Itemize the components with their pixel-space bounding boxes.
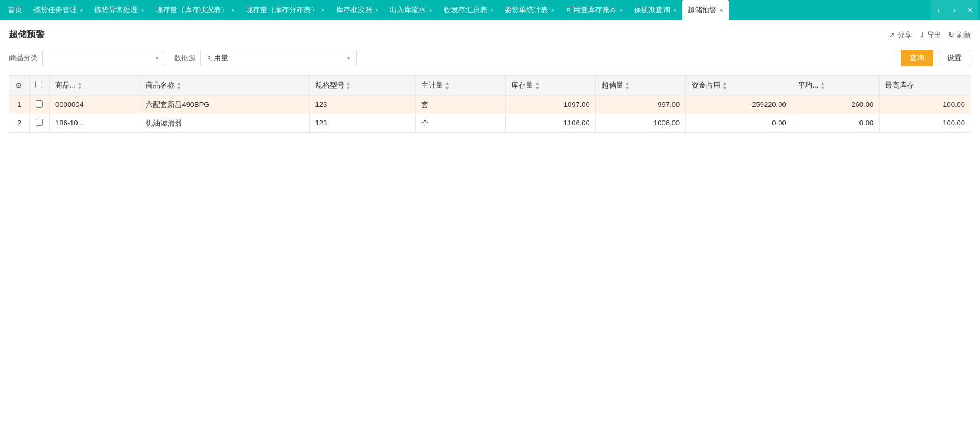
close-icon[interactable]: × [673, 7, 676, 13]
nav-item-label: 首页 [8, 5, 22, 15]
close-icon[interactable]: × [321, 7, 324, 13]
filter-buttons: 查询 设置 [901, 50, 971, 66]
nav-item-label: 出入库流水 [390, 5, 426, 15]
cell-unit: 套 [416, 95, 506, 114]
nav-item-9[interactable]: 可用量库存账本 × [560, 0, 628, 20]
close-icon[interactable]: × [80, 7, 83, 13]
table-row: 2186-10...机油滤清器123个1106.001006.000.000.0… [9, 114, 971, 132]
select-all-checkbox[interactable] [35, 81, 42, 88]
category-select[interactable]: ▾ [42, 50, 165, 66]
th-capital[interactable]: 资金占用▲▼ [686, 76, 792, 96]
nav-item-5[interactable]: 库存批次账 × [330, 0, 384, 20]
export-button[interactable]: ⇓ 导出 [919, 30, 941, 40]
th-name[interactable]: 商品名称▲▼ [140, 76, 309, 96]
row-number: 1 [9, 95, 30, 114]
nav-item-label: 现存量（库存状况表） [156, 5, 228, 15]
nav-item-label: 库存批次账 [336, 5, 372, 15]
nav-item-label: 收发存汇总表 [444, 5, 487, 15]
th-code[interactable]: 商品...▲▼ [50, 76, 140, 96]
nav-item-label: 拣货任务管理 [33, 5, 77, 15]
th-label: 商品... [55, 81, 76, 89]
row-checkbox-cell[interactable] [30, 95, 50, 114]
close-icon[interactable]: × [429, 7, 432, 13]
row-number: 2 [9, 114, 30, 132]
th-label: 超储量 [602, 81, 623, 89]
nav-item-2[interactable]: 拣货异常处理 × [89, 0, 150, 20]
export-icon: ⇓ [919, 31, 925, 39]
page-title: 超储预警 [9, 29, 45, 41]
cell-name: 机油滤清器 [140, 114, 309, 132]
nav-arrow-left[interactable]: ‹ [931, 0, 947, 20]
row-checkbox-cell[interactable] [30, 114, 50, 132]
row-checkbox[interactable] [36, 100, 43, 108]
query-button[interactable]: 查询 [901, 50, 933, 66]
category-label: 商品分类 [9, 53, 38, 63]
cell-overstock: 997.00 [595, 95, 685, 114]
cell-spec: 123 [309, 95, 416, 114]
th-label: 库存量 [511, 81, 533, 89]
close-icon[interactable]: × [551, 7, 554, 13]
refresh-button[interactable]: ↻ 刷新 [948, 30, 971, 40]
sort-icon: ▲▼ [535, 81, 540, 91]
close-icon[interactable]: × [719, 7, 723, 13]
nav-item-label: 要货单统计表 [505, 5, 548, 15]
category-filter-group: 商品分类 ▾ [9, 50, 165, 66]
th-checkbox[interactable] [30, 76, 50, 96]
cell-max_stock: 100.00 [880, 114, 971, 132]
page-header: 超储预警 ➚ 分享 ⇓ 导出 ↻ 刷新 [9, 29, 971, 41]
sort-icon: ▲▼ [820, 81, 825, 91]
th-stock[interactable]: 库存量▲▼ [506, 76, 595, 96]
gear-icon[interactable]: ⚙ [15, 81, 22, 90]
nav-arrows: ‹ › × [931, 0, 978, 20]
nav-item-label: 拣货异常处理 [94, 5, 138, 15]
th-label: 商品名称 [146, 81, 175, 89]
close-icon[interactable]: × [375, 7, 378, 13]
row-checkbox[interactable] [36, 119, 43, 126]
cell-code: 186-10... [50, 114, 140, 132]
share-button[interactable]: ➚ 分享 [889, 30, 912, 40]
th-max_stock: 最高库存 [880, 76, 971, 96]
export-label: 导出 [927, 30, 941, 40]
nav-arrow-right[interactable]: › [947, 0, 962, 20]
cell-avg: 260.00 [792, 95, 880, 114]
nav-item-label: 现存量（库存分布表） [246, 5, 318, 15]
nav-item-11[interactable]: 超储预警 × [682, 0, 728, 20]
cell-code: 0000004 [50, 95, 140, 114]
share-label: 分享 [897, 30, 912, 40]
th-avg[interactable]: 平均...▲▼ [792, 76, 880, 96]
cell-stock: 1106.00 [506, 114, 595, 132]
close-icon[interactable]: × [141, 7, 144, 13]
th-overstock[interactable]: 超储量▲▼ [595, 76, 685, 96]
th-gear: ⚙ [9, 76, 30, 96]
nav-item-10[interactable]: 保质期查询 × [628, 0, 682, 20]
th-label: 主计量 [421, 81, 443, 89]
nav-item-6[interactable]: 出入库流水 × [384, 0, 438, 20]
data-table: ⚙商品...▲▼商品名称▲▼规格型号▲▼主计量▲▼库存量▲▼超储量▲▼资金占用▲… [9, 75, 971, 133]
chevron-down-icon: ▾ [347, 55, 350, 62]
refresh-icon: ↻ [948, 31, 954, 39]
close-icon[interactable]: × [490, 7, 493, 13]
nav-item-4[interactable]: 现存量（库存分布表） × [240, 0, 330, 20]
nav-item-3[interactable]: 现存量（库存状况表） × [150, 0, 240, 20]
datasource-label: 数据源 [174, 53, 196, 63]
close-icon[interactable]: × [231, 7, 234, 13]
nav-arrow-close[interactable]: × [962, 0, 978, 20]
nav-item-8[interactable]: 要货单统计表 × [499, 0, 560, 20]
sort-icon: ▲▼ [722, 81, 727, 91]
sort-icon: ▲▼ [625, 81, 630, 91]
settings-button[interactable]: 设置 [938, 50, 971, 66]
cell-capital: 0.00 [686, 114, 792, 132]
page-content: 超储预警 ➚ 分享 ⇓ 导出 ↻ 刷新 商品分类 ▾ 数据源 [0, 20, 980, 446]
th-unit[interactable]: 主计量▲▼ [416, 76, 506, 96]
cell-spec: 123 [309, 114, 416, 132]
nav-item-7[interactable]: 收发存汇总表 × [438, 0, 499, 20]
nav-item-label: 可用量库存账本 [566, 5, 617, 15]
close-icon[interactable]: × [619, 7, 623, 13]
datasource-select-value: 可用量 [206, 53, 228, 63]
th-spec[interactable]: 规格型号▲▼ [309, 76, 416, 96]
chevron-down-icon: ▾ [156, 55, 159, 62]
nav-item-0[interactable]: 首页 [2, 0, 28, 20]
th-label: 规格型号 [315, 81, 344, 89]
nav-item-1[interactable]: 拣货任务管理 × [28, 0, 89, 20]
datasource-select[interactable]: 可用量 ▾ [200, 50, 357, 66]
